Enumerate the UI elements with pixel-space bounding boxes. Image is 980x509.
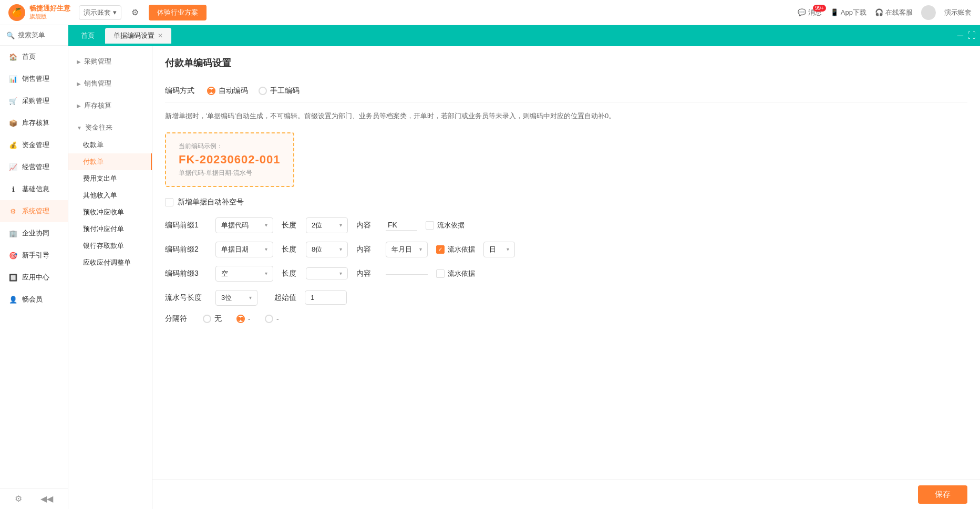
sep-hyphen-radio[interactable]: - <box>265 315 279 323</box>
sidebar-item-system[interactable]: ⚙ 系统管理 <box>0 200 68 222</box>
serial1-label: 流水依据 <box>437 221 465 230</box>
sep-none-circle <box>203 315 211 323</box>
sep-dot-circle <box>236 315 245 323</box>
length1-select[interactable]: 2位 ▾ <box>306 217 348 233</box>
separator-row: 分隔符 无 · - <box>165 314 967 324</box>
serial-length-select[interactable]: 3位 ▾ <box>215 290 257 306</box>
sub-nav-sales-toggle[interactable]: ▶ 销售管理 <box>68 75 152 92</box>
sidebar-item-inventory[interactable]: 📦 库存核算 <box>0 112 68 134</box>
manual-code-radio[interactable]: 手工编码 <box>259 86 300 96</box>
content1-value: FK <box>386 220 417 231</box>
sub-nav-sales: ▶ 销售管理 <box>68 72 152 95</box>
length3-select[interactable]: ▾ <box>306 267 348 279</box>
service-icon: 🎧 <box>875 8 883 16</box>
tab-home[interactable]: 首页 <box>73 28 103 44</box>
code-preview-box: 当前编码示例： FK-20230602-001 单据代码-单据日期-流水号 <box>165 132 294 187</box>
save-button[interactable]: 保存 <box>918 485 967 504</box>
serial1-checkbox[interactable] <box>426 221 434 230</box>
sidebar-item-home[interactable]: 🏠 首页 <box>0 46 68 68</box>
auto-fill-label: 新增单据自动补空号 <box>178 198 244 207</box>
serial3-label: 流水依据 <box>448 269 475 278</box>
sidebar-item-guide[interactable]: 🎯 新手引导 <box>0 244 68 266</box>
online-service-button[interactable]: 🎧 在线客服 <box>875 8 913 17</box>
collapse-icon[interactable]: ◀◀ <box>40 494 53 504</box>
system-icon: ⚙ <box>8 206 18 216</box>
serial2-unit-arrow: ▾ <box>507 246 509 252</box>
sidebar-item-enterprise[interactable]: 🏢 企业协同 <box>0 222 68 244</box>
search-menu-button[interactable]: 🔍 搜索菜单 <box>0 25 68 46</box>
tab-minimize-icon[interactable]: ─ <box>957 31 963 40</box>
coding-method-row: 编码方式 自动编码 手工编码 <box>165 80 967 102</box>
message-button[interactable]: 💬 消息 99+ <box>798 8 822 17</box>
sub-nav-fund-toggle[interactable]: ▼ 资金往来 <box>68 119 152 137</box>
content3-value <box>386 272 428 275</box>
message-badge: 99+ <box>813 5 826 12</box>
serial2-unit-select[interactable]: 日 ▾ <box>483 242 515 257</box>
sidebar-item-sales-label: 销售管理 <box>22 74 49 84</box>
arrow-right-icon: ▶ <box>77 59 81 65</box>
sub-nav-purchase-toggle[interactable]: ▶ 采购管理 <box>68 53 152 70</box>
sep-dot-radio[interactable]: · <box>236 315 250 323</box>
sep-none-radio[interactable]: 无 <box>203 314 222 324</box>
sidebar-item-info[interactable]: ℹ 基础信息 <box>0 178 68 200</box>
app-download-button[interactable]: 📱 App下载 <box>830 8 866 17</box>
auto-code-radio[interactable]: 自动编码 <box>207 86 248 96</box>
company-selector[interactable]: 演示账套 ▾ <box>79 5 121 20</box>
tab-maximize-icon[interactable]: ⛶ <box>967 31 976 40</box>
sub-nav-payment[interactable]: 付款单 <box>68 153 152 170</box>
tab-coding-settings[interactable]: 单据编码设置 ✕ <box>105 28 171 44</box>
sep-hyphen-label: - <box>276 315 279 323</box>
message-icon: 💬 <box>798 8 806 16</box>
serial3-checkbox-group: 流水依据 <box>436 269 475 278</box>
settings-button[interactable]: ⚙ <box>128 5 142 20</box>
prefix1-select[interactable]: 单据代码 ▾ <box>215 217 273 233</box>
sidebar-item-sales[interactable]: 📊 销售管理 <box>0 68 68 90</box>
logo: 🍊 畅捷通好生意 旗舰版 <box>8 4 70 21</box>
sub-nav-adjustment[interactable]: 应收应付调整单 <box>68 254 152 271</box>
search-icon: 🔍 <box>6 32 15 39</box>
sidebar-item-member[interactable]: 👤 畅会员 <box>0 288 68 310</box>
length1-value: 2位 <box>312 221 322 230</box>
settings-icon[interactable]: ⚙ <box>15 494 22 504</box>
sidebar-item-fund-label: 资金管理 <box>22 140 49 150</box>
sub-nav-bank[interactable]: 银行存取款单 <box>68 237 152 254</box>
sub-nav-expense[interactable]: 费用支出单 <box>68 170 152 187</box>
length1-label: 长度 <box>282 221 297 230</box>
serial3-checkbox[interactable] <box>436 269 445 278</box>
sep-none-label: 无 <box>214 314 222 324</box>
sidebar-item-apps[interactable]: 🔲 应用中心 <box>0 266 68 288</box>
auto-fill-row: 新增单据自动补空号 <box>165 198 967 207</box>
tab-close-icon[interactable]: ✕ <box>158 32 163 39</box>
content2-select[interactable]: 年月日 ▾ <box>386 242 428 257</box>
prefix3-select[interactable]: 空 ▾ <box>215 266 273 282</box>
auto-fill-checkbox[interactable] <box>165 198 173 206</box>
serial2-checkbox[interactable]: ✓ <box>436 245 445 254</box>
home-icon: 🏠 <box>8 52 18 61</box>
sub-nav-other-income[interactable]: 其他收入单 <box>68 187 152 204</box>
manual-code-radio-circle <box>259 87 267 95</box>
sub-nav-advance-payable[interactable]: 预付冲应付单 <box>68 221 152 237</box>
serial1-checkbox-group: 流水依据 <box>426 221 465 230</box>
sub-nav-fund: ▼ 资金往来 收款单 付款单 费用支出单 其他收入单 预收冲应收单 预付冲应付单… <box>68 117 152 273</box>
prefix2-row: 编码前缀2 单据日期 ▾ 长度 8位 ▾ 内容 年月日 <box>165 242 967 257</box>
user-avatar[interactable] <box>921 5 936 20</box>
sidebar-item-management[interactable]: 📈 经营管理 <box>0 156 68 178</box>
sidebar-item-fund[interactable]: 💰 资金管理 <box>0 134 68 156</box>
sidebar-item-purchase[interactable]: 🛒 采购管理 <box>0 90 68 112</box>
prefix2-select[interactable]: 单据日期 ▾ <box>215 242 273 257</box>
sidebar-item-system-label: 系统管理 <box>22 206 49 216</box>
sidebar-bottom: ⚙ ◀◀ <box>0 488 68 509</box>
sub-nav-advance-receivable[interactable]: 预收冲应收单 <box>68 204 152 221</box>
try-button[interactable]: 体验行业方案 <box>149 5 207 20</box>
arrow-down-icon: ▼ <box>77 125 82 131</box>
management-icon: 📈 <box>8 162 18 172</box>
length2-select[interactable]: 8位 ▾ <box>306 242 348 257</box>
sub-nav-receipt[interactable]: 收款单 <box>68 137 152 153</box>
length3-arrow: ▾ <box>339 271 342 276</box>
sales-icon: 📊 <box>8 74 18 84</box>
start-value-input[interactable] <box>305 290 347 305</box>
length2-arrow: ▾ <box>339 246 342 252</box>
sidebar-item-home-label: 首页 <box>22 52 36 61</box>
tab-home-label: 首页 <box>81 31 95 40</box>
sub-nav-inventory-toggle[interactable]: ▶ 库存核算 <box>68 97 152 115</box>
